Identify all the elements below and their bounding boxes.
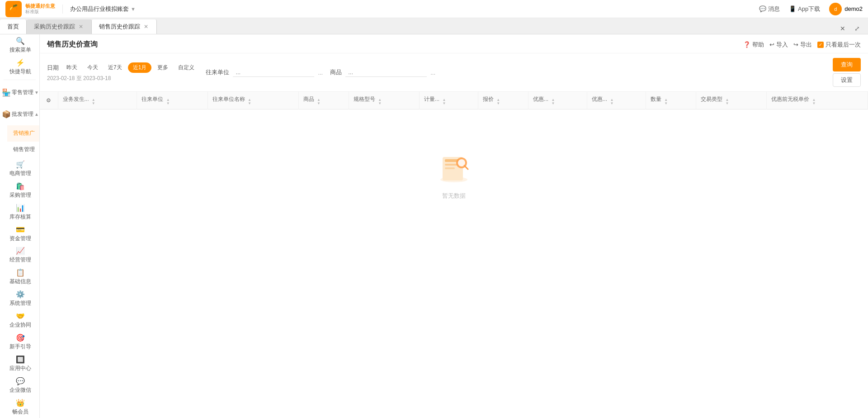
col-price[interactable]: 报价 ▲▼ xyxy=(478,92,528,109)
date-label: 日期 xyxy=(47,64,59,72)
sidebar: 🔍 搜索菜单 ⚡ 快捷导航 🏪 零售管理 ▼ 📦 批发管理 ▲ 营销推广 销售管… xyxy=(0,34,40,418)
topbar: 🍊 畅捷通好生意 标准版 办公用品行业模拟账套 ▼ 💬 消息 📱 App下载 d… xyxy=(0,0,868,18)
date-filter-group: 日期 昨天 今天 近7天 近1月 更多 自定义 xyxy=(47,62,198,73)
tab-home[interactable]: 首页 xyxy=(0,19,27,34)
sidebar-item-quicknav[interactable]: ⚡ 快捷导航 xyxy=(0,56,39,78)
sidebar-item-operations[interactable]: 📈 经营管理 xyxy=(0,245,39,266)
app-selector[interactable]: 办公用品行业模拟账套 ▼ xyxy=(70,5,136,13)
sidebar-item-basic[interactable]: 📋 基础信息 xyxy=(0,266,39,288)
sidebar-item-retail[interactable]: 🏪 零售管理 ▼ xyxy=(0,82,39,104)
sort-icon-quantity: ▲▼ xyxy=(664,98,668,105)
col-partner-code[interactable]: 往来单位 ▲▼ xyxy=(137,92,208,109)
topbar-right: 💬 消息 📱 App下载 d demo2 xyxy=(759,3,863,15)
tab-purchase[interactable]: 采购历史价跟踪 ✕ xyxy=(27,19,92,34)
help-icon: ❓ xyxy=(743,41,750,48)
query-button[interactable]: 查询 xyxy=(833,58,861,71)
last-one-btn[interactable]: ✓ 只看最后一次 xyxy=(817,41,861,49)
system-icon: ⚙️ xyxy=(16,290,25,299)
export-btn[interactable]: ↪ 导出 xyxy=(793,41,812,49)
sales-tab-label: 销售历史价跟踪 xyxy=(99,23,140,31)
sidebar-item-finance[interactable]: 💳 资金管理 xyxy=(0,223,39,245)
svg-rect-3 xyxy=(445,164,458,166)
product-input[interactable] xyxy=(345,68,427,77)
col-no-tax-price-label: 优惠前无税单价 xyxy=(771,96,809,102)
import-btn[interactable]: ↩ 导入 xyxy=(769,41,788,49)
brand-name: 畅捷通好生意 xyxy=(25,3,55,9)
col-spec[interactable]: 规格型号 ▲▼ xyxy=(349,92,419,109)
sidebar-label-search: 搜索菜单 xyxy=(9,46,31,54)
col-trade-type-label: 交易类型 xyxy=(701,96,722,102)
col-quantity[interactable]: 数量 ▲▼ xyxy=(646,92,696,109)
tab-maximize-btn[interactable]: ⤢ xyxy=(852,23,863,34)
col-unit-label: 计量... xyxy=(424,96,439,102)
filter-area: 日期 昨天 今天 近7天 近1月 更多 自定义 2023-02-18 至 202… xyxy=(40,53,868,92)
sidebar-item-purchase[interactable]: 🛍️ 采购管理 xyxy=(0,180,39,201)
date-btn-custom[interactable]: 自定义 xyxy=(174,62,198,73)
sort-icon-unit: ▲▼ xyxy=(442,98,446,105)
avatar: d xyxy=(829,3,842,15)
operations-icon: 📈 xyxy=(16,247,25,255)
retail-icon: 🏪 xyxy=(2,88,11,97)
sidebar-item-search[interactable]: 🔍 搜索菜单 xyxy=(0,34,39,56)
col-product-label: 商品 xyxy=(303,96,314,102)
sidebar-item-ecommerce[interactable]: 🛒 电商管理 xyxy=(0,158,39,180)
date-btn-1month[interactable]: 近1月 xyxy=(128,62,152,73)
col-settings[interactable]: ⚙ xyxy=(40,92,58,109)
date-btn-7days[interactable]: 近7天 xyxy=(104,62,126,73)
col-price-label: 报价 xyxy=(483,96,494,102)
sidebar-item-collab[interactable]: 🤝 企业协同 xyxy=(0,309,39,331)
sidebar-item-marketing[interactable]: 营销推广 xyxy=(7,125,39,142)
sidebar-item-inventory[interactable]: 📊 库存核算 xyxy=(0,201,39,223)
tab-close-all-btn[interactable]: ✕ xyxy=(837,23,848,34)
appstore-icon: 🔲 xyxy=(16,355,25,364)
filter-actions: 查询 设置 xyxy=(833,58,861,87)
tab-sales[interactable]: 销售历史价跟踪 ✕ xyxy=(92,19,157,34)
col-product[interactable]: 商品 ▲▼ xyxy=(298,92,349,109)
sidebar-item-wechat[interactable]: 💬 企业微信 xyxy=(0,375,39,396)
sidebar-item-member[interactable]: 👑 畅会员 xyxy=(0,396,39,418)
app-logo: 🍊 xyxy=(5,1,22,17)
checkbox-icon: ✓ xyxy=(817,42,824,48)
sidebar-label-appstore: 应用中心 xyxy=(9,365,31,372)
table-header-row: ⚙ 业务发生... ▲▼ 往来单位 ▲▼ 往来单位名称 ▲▼ xyxy=(40,92,868,109)
help-btn[interactable]: ❓ 帮助 xyxy=(743,41,764,49)
col-quantity-label: 数量 xyxy=(651,96,661,102)
inventory-icon: 📊 xyxy=(16,204,25,212)
home-tab-label: 首页 xyxy=(7,23,19,31)
sidebar-item-wholesale[interactable]: 📦 批发管理 ▲ xyxy=(0,104,39,125)
col-no-tax-price[interactable]: 优惠前无税单价 ▲▼ xyxy=(767,92,868,109)
sidebar-item-system[interactable]: ⚙️ 系统管理 xyxy=(0,288,39,309)
date-range-text: 2023-02-18 至 2023-03-18 xyxy=(47,75,198,82)
date-btn-today[interactable]: 今天 xyxy=(83,62,102,73)
settings-button[interactable]: 设置 xyxy=(833,73,861,87)
col-biz-date[interactable]: 业务发生... ▲▼ xyxy=(58,92,137,109)
partner-input[interactable] xyxy=(233,68,314,77)
sidebar-item-guide[interactable]: 🎯 新手引导 xyxy=(0,331,39,353)
sidebar-label-quicknav: 快捷导航 xyxy=(9,68,31,76)
table-settings-icon[interactable]: ⚙ xyxy=(46,97,51,104)
date-btn-yesterday[interactable]: 昨天 xyxy=(62,62,81,73)
col-partner-name[interactable]: 往来单位名称 ▲▼ xyxy=(208,92,298,109)
sidebar-label-sales-mgmt: 销售管理 xyxy=(13,146,35,153)
col-trade-type[interactable]: 交易类型 ▲▼ xyxy=(696,92,767,109)
app-download-btn[interactable]: 📱 App下载 xyxy=(789,5,820,13)
col-unit[interactable]: 计量... ▲▼ xyxy=(420,92,478,109)
sidebar-item-appstore[interactable]: 🔲 应用中心 xyxy=(0,353,39,375)
export-icon: ↪ xyxy=(793,41,798,48)
sort-icon-discount1: ▲▼ xyxy=(551,98,555,105)
sidebar-divider-1 xyxy=(4,80,36,80)
user-profile[interactable]: d demo2 xyxy=(829,3,863,15)
message-btn[interactable]: 💬 消息 xyxy=(759,5,780,13)
empty-text: 暂无数据 xyxy=(442,192,466,200)
col-discount2[interactable]: 优惠... ▲▼ xyxy=(587,92,646,109)
topbar-left: 🍊 畅捷通好生意 标准版 办公用品行业模拟账套 ▼ xyxy=(5,1,136,17)
sales-tab-close[interactable]: ✕ xyxy=(143,24,149,30)
svg-rect-4 xyxy=(445,167,455,169)
partner-label: 往来单位 xyxy=(206,68,229,76)
col-discount1[interactable]: 优惠... ▲▼ xyxy=(528,92,587,109)
svg-line-7 xyxy=(464,166,468,169)
col-partner-name-label: 往来单位名称 xyxy=(212,96,245,102)
date-btn-more[interactable]: 更多 xyxy=(153,62,172,73)
sidebar-item-sales-mgmt[interactable]: 销售管理 xyxy=(7,142,39,158)
purchase-tab-close[interactable]: ✕ xyxy=(78,24,84,30)
